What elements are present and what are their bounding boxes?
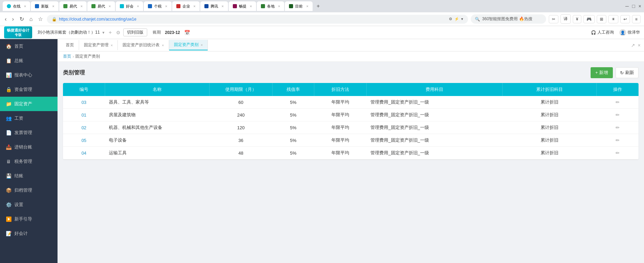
reload-button[interactable]: ↻ xyxy=(18,14,25,24)
cell-cost: 管理费用_固定资产折旧_一级 xyxy=(366,96,502,109)
switch-version-button[interactable]: 切到旧版 xyxy=(123,28,147,36)
sidebar-item-tax[interactable]: 🖥 税务管理 xyxy=(0,154,58,169)
sidebar-item-haokuai-label: 好会计 xyxy=(14,230,28,237)
edit-icon[interactable]: ✏ xyxy=(616,138,620,143)
browser-tab-qiye[interactable]: 企业 × xyxy=(172,1,200,11)
cell-id: 04 xyxy=(63,147,105,159)
minimize-button[interactable]: ─ xyxy=(625,3,629,9)
tab-depreciation-stats-close[interactable]: × xyxy=(162,43,164,47)
translate-icon[interactable]: 译 xyxy=(560,14,571,24)
sidebar-item-salary[interactable]: 👥 工资 xyxy=(0,111,58,125)
col-header-name: 名称 xyxy=(105,83,210,96)
tab-assets-category-close[interactable]: × xyxy=(201,43,203,47)
breadcrumb-current: 固定资产类别 xyxy=(75,53,100,59)
menu-icon[interactable]: ≡ xyxy=(632,15,641,23)
haokuai-icon: 📝 xyxy=(5,230,12,237)
sun-icon[interactable]: ☀ xyxy=(608,15,618,23)
cut-icon[interactable]: ✂ xyxy=(549,15,558,23)
undo-icon[interactable]: ↩ xyxy=(620,15,630,23)
browser-tab-gedi[interactable]: 各地 × xyxy=(257,1,284,11)
col-header-rate: 残值率 xyxy=(272,83,314,96)
period-label: 账期 xyxy=(153,29,161,35)
search-box[interactable]: 🔍 360智能抠图免费用 🔥热搜 xyxy=(471,14,546,24)
game-icon[interactable]: 🎮 xyxy=(583,15,595,23)
cell-cost: 管理费用_固定资产折旧_一级 xyxy=(366,134,502,147)
browser-tab-online[interactable]: 在线 × xyxy=(3,1,30,11)
table-row: 03 器具、工具、家具等 60 5% 年限平均 管理费用_固定资产折旧_一级 累… xyxy=(63,96,639,109)
browser-tab-tengxun[interactable]: 腾讯 × xyxy=(200,1,228,11)
funds-icon: 🔒 xyxy=(5,86,12,93)
close-button[interactable]: × xyxy=(639,3,641,9)
sidebar-item-guide[interactable]: ▶️ 新手引导 xyxy=(0,212,58,226)
salary-icon: 👥 xyxy=(5,115,12,121)
browser-tab-haohui[interactable]: 好会 × xyxy=(116,1,143,11)
cell-method: 年限平均 xyxy=(314,121,367,134)
tab-home[interactable]: 首页 xyxy=(61,40,79,50)
sidebar-item-funds[interactable]: 🔒 资金管理 xyxy=(0,82,58,97)
grid-icon[interactable]: ⊞ xyxy=(597,15,606,23)
sidebar-item-closing-label: 结账 xyxy=(14,173,23,179)
tab-assets-mgmt[interactable]: 固定资产管理 × xyxy=(79,40,118,50)
browser-tab-yidai2[interactable]: 易代 × xyxy=(87,1,115,11)
table-row: 05 电子设备 36 5% 年限平均 管理费用_固定资产折旧_一级 累计折旧 ✏ xyxy=(63,134,639,147)
add-account-button[interactable]: + xyxy=(107,29,113,36)
forward-button[interactable]: › xyxy=(11,15,15,24)
cell-rate: 5% xyxy=(272,96,314,109)
dropdown-icon[interactable]: ▾ xyxy=(102,30,104,35)
breadcrumb-home[interactable]: 首页 xyxy=(63,53,71,59)
col-header-period: 使用期限（月） xyxy=(210,83,272,96)
cell-method: 年限平均 xyxy=(314,109,367,121)
sidebar-item-invoice-label: 发票管理 xyxy=(14,130,32,136)
cell-method: 年限平均 xyxy=(314,134,367,147)
consult-button[interactable]: 🎧 人工咨询 xyxy=(591,29,614,35)
url-text: https://cloud.chanjet.com/accounting/uw1… xyxy=(59,17,447,22)
tab-assets-mgmt-close[interactable]: × xyxy=(111,43,113,47)
back-button[interactable]: ‹ xyxy=(3,15,8,24)
search-placeholder: 360智能抠图免费用 🔥热搜 xyxy=(482,16,532,22)
sidebar-item-ledger[interactable]: 📋 总账 xyxy=(0,53,58,68)
add-button[interactable]: + 新增 xyxy=(591,67,613,78)
tab-collapse-button[interactable]: ↗ xyxy=(631,43,635,48)
new-tab-button[interactable]: + xyxy=(314,2,323,11)
sidebar-item-reports[interactable]: 📊 报表中心 xyxy=(0,68,58,82)
cell-accumulated: 累计折旧 xyxy=(503,121,597,134)
cell-action: ✏ xyxy=(597,96,639,109)
sidebar-item-purchase[interactable]: 📥 进销台账 xyxy=(0,140,58,154)
col-header-accumulated: 累计折旧科目 xyxy=(503,83,597,96)
browser-tab-yidai1[interactable]: 易代 × xyxy=(59,1,87,11)
browser-tab-geshui[interactable]: 个税 × xyxy=(144,1,171,11)
sidebar-item-assets[interactable]: 📁 固定资产 xyxy=(0,97,58,111)
url-bar[interactable]: 🔒 https://cloud.chanjet.com/accounting/u… xyxy=(47,15,468,24)
purchase-icon: 📥 xyxy=(5,144,12,150)
browser-tab-changtai[interactable]: 畅提 × xyxy=(229,1,256,11)
sidebar-item-home[interactable]: 🏠 首页 xyxy=(0,39,58,53)
settings-icon[interactable]: ⚙ xyxy=(116,30,121,35)
sidebar-item-settings-label: 设置 xyxy=(14,202,23,208)
cell-period: 120 xyxy=(210,121,272,134)
sidebar-item-archive[interactable]: 📦 归档管理 xyxy=(0,183,58,198)
sidebar-item-invoice[interactable]: 📄 发票管理 xyxy=(0,125,58,140)
action-buttons: + 新增 ↻ 刷新 xyxy=(591,67,639,78)
home-button[interactable]: ⌂ xyxy=(28,15,34,24)
maximize-button[interactable]: □ xyxy=(632,3,635,9)
user-button[interactable]: 👤 徐泽华 xyxy=(619,29,640,36)
edit-icon[interactable]: ✏ xyxy=(616,112,620,118)
browser-tab-new[interactable]: 新版 × xyxy=(31,1,58,11)
bookmark-button[interactable]: ☆ xyxy=(37,14,44,24)
sidebar-item-guide-label: 新手引导 xyxy=(14,216,32,222)
tab-expand-button[interactable]: × xyxy=(638,43,641,48)
edit-icon[interactable]: ✏ xyxy=(616,125,620,130)
edit-icon[interactable]: ✏ xyxy=(616,150,620,156)
sidebar-item-settings[interactable]: ⚙️ 设置 xyxy=(0,198,58,212)
tab-depreciation-stats[interactable]: 固定资产折旧统计表 × xyxy=(118,40,169,50)
assets-icon: 📁 xyxy=(5,101,12,107)
refresh-button[interactable]: ↻ 刷新 xyxy=(616,67,639,78)
browser-tab-muqian[interactable]: 目前 × xyxy=(285,1,312,11)
calendar-icon[interactable]: 📅 xyxy=(184,30,190,35)
sidebar-item-closing[interactable]: 💾 结账 xyxy=(0,169,58,183)
coin-icon[interactable]: ¥ xyxy=(573,15,581,23)
sidebar-item-haokuai[interactable]: 📝 好会计 xyxy=(0,226,58,241)
edit-icon[interactable]: ✏ xyxy=(616,99,620,105)
cell-name: 器具、工具、家具等 xyxy=(105,96,210,109)
tab-assets-category[interactable]: 固定资产类别 × xyxy=(169,40,208,50)
